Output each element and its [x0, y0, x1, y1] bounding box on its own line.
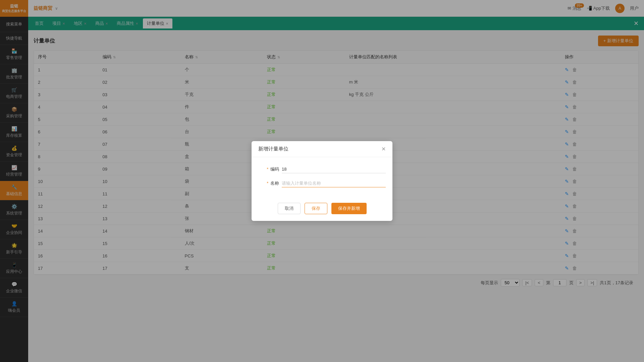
modal-overlay: 新增计量单位 ✕ * 编码 * 名称 取消 保存 保存并新增	[0, 0, 644, 362]
save-and-new-button[interactable]: 保存并新增	[331, 203, 367, 214]
code-label: * 编码	[258, 166, 282, 172]
name-label-text: 名称	[270, 181, 279, 186]
code-label-text: 编码	[270, 167, 279, 172]
cancel-button[interactable]: 取消	[278, 203, 301, 214]
modal-body: * 编码 * 名称	[252, 157, 392, 199]
code-required-mark: *	[267, 167, 268, 172]
save-button[interactable]: 保存	[305, 203, 327, 214]
form-row-name: * 名称	[258, 179, 386, 187]
modal-header: 新增计量单位 ✕	[252, 141, 392, 157]
form-row-code: * 编码	[258, 165, 386, 173]
add-unit-modal: 新增计量单位 ✕ * 编码 * 名称 取消 保存 保存并新增	[252, 141, 392, 221]
modal-footer: 取消 保存 保存并新增	[252, 199, 392, 221]
name-input[interactable]	[282, 179, 386, 187]
code-input[interactable]	[282, 165, 386, 173]
name-label: * 名称	[258, 180, 282, 186]
name-required-mark: *	[267, 181, 268, 186]
modal-title: 新增计量单位	[258, 146, 288, 152]
modal-close-button[interactable]: ✕	[381, 146, 386, 152]
